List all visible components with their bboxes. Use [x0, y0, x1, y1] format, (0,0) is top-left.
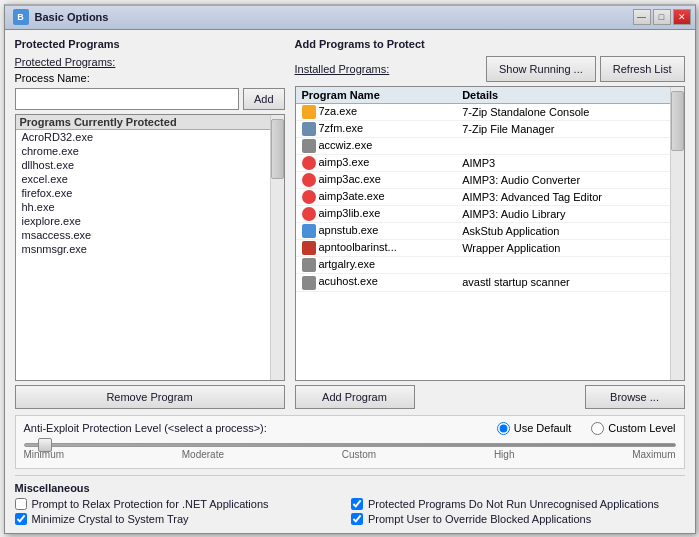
custom-level-radio[interactable]: [591, 422, 604, 435]
misc-checkbox-1[interactable]: [351, 498, 363, 510]
program-details: [456, 137, 683, 154]
use-default-label: Use Default: [514, 422, 571, 434]
custom-level-radio-label[interactable]: Custom Level: [591, 422, 675, 435]
table-row[interactable]: aimp3lib.exeAIMP3: Audio Library: [296, 206, 684, 223]
maximize-button[interactable]: □: [653, 9, 671, 25]
gray-icon: [302, 276, 316, 290]
misc-checkbox-label-text-3: Prompt User to Override Blocked Applicat…: [368, 513, 591, 525]
programs-list-container[interactable]: Programs Currently Protected AcroRD32.ex…: [15, 114, 285, 381]
program-name: aimp3ac.exe: [319, 173, 381, 185]
minimize-button[interactable]: —: [633, 9, 651, 25]
list-item[interactable]: msaccess.exe: [16, 228, 284, 242]
music-icon: [302, 156, 316, 170]
close-button[interactable]: ✕: [673, 9, 691, 25]
program-details: AIMP3: [456, 154, 683, 171]
program-name: aimp3.exe: [319, 156, 370, 168]
title-bar: B Basic Options — □ ✕: [5, 6, 695, 30]
window-icon: B: [13, 9, 29, 25]
custom-level-label: Custom Level: [608, 422, 675, 434]
use-default-radio-label[interactable]: Use Default: [497, 422, 571, 435]
add-button[interactable]: Add: [243, 88, 285, 110]
process-name-label: Process Name:: [15, 72, 285, 84]
list-item[interactable]: AcroRD32.exe: [16, 130, 284, 144]
content-area: Protected Programs Protected Programs: P…: [5, 30, 695, 533]
music-icon: [302, 207, 316, 221]
gray-icon: [302, 139, 316, 153]
list-item[interactable]: msnmsgr.exe: [16, 242, 284, 256]
program-details: 7-Zip File Manager: [456, 120, 683, 137]
misc-checkbox-0[interactable]: [15, 498, 27, 510]
main-window: B Basic Options — □ ✕ Protected Programs…: [4, 4, 696, 534]
programs-list-header: Programs Currently Protected: [16, 115, 284, 130]
protected-programs-field-label: Protected Programs:: [15, 56, 285, 68]
add-programs-section-label: Add Programs to Protect: [295, 38, 685, 50]
list-item[interactable]: dllhost.exe: [16, 158, 284, 172]
misc-checkbox-label-text-0: Prompt to Relax Protection for .NET Appl…: [32, 498, 269, 510]
col-program-name: Program Name: [296, 87, 457, 104]
list-item[interactable]: iexplore.exe: [16, 214, 284, 228]
program-name: aimp3ate.exe: [319, 190, 385, 202]
program-details: AIMP3: Audio Converter: [456, 171, 683, 188]
misc-grid: Prompt to Relax Protection for .NET Appl…: [15, 498, 685, 525]
left-scrollbar-thumb[interactable]: [271, 119, 284, 179]
table-row[interactable]: 7zfm.exe7-Zip File Manager: [296, 120, 684, 137]
list-item[interactable]: hh.exe: [16, 200, 284, 214]
table-row[interactable]: apnstub.exeAskStub Application: [296, 223, 684, 240]
top-buttons: Show Running ... Refresh List: [486, 56, 684, 82]
list-item[interactable]: excel.exe: [16, 172, 284, 186]
browse-button[interactable]: Browse ...: [585, 385, 685, 409]
misc-checkbox-label-0[interactable]: Prompt to Relax Protection for .NET Appl…: [15, 498, 349, 510]
music-icon: [302, 190, 316, 204]
misc-checkbox-label-text-1: Protected Programs Do Not Run Unrecognis…: [368, 498, 659, 510]
list-item[interactable]: chrome.exe: [16, 144, 284, 158]
slider-label-maximum: Maximum: [632, 449, 675, 460]
bottom-btn-row: Add Program Browse ...: [295, 385, 685, 409]
misc-checkbox-label-1[interactable]: Protected Programs Do Not Run Unrecognis…: [351, 498, 685, 510]
protected-programs-section-label: Protected Programs: [15, 38, 285, 50]
program-name: artgalry.exe: [319, 258, 376, 270]
window-title: Basic Options: [35, 11, 109, 23]
add-program-button[interactable]: Add Program: [295, 385, 415, 409]
misc-checkbox-3[interactable]: [351, 513, 363, 525]
protection-slider-thumb[interactable]: [38, 438, 52, 452]
misc-title: Miscellaneous: [15, 482, 685, 494]
process-name-row: Add: [15, 88, 285, 110]
program-name: apntoolbarinst...: [319, 241, 397, 253]
table-row[interactable]: accwiz.exe: [296, 137, 684, 154]
program-name: acuhost.exe: [319, 275, 378, 287]
left-scrollbar[interactable]: [270, 115, 284, 380]
zip-icon: [302, 105, 316, 119]
program-name: apnstub.exe: [319, 224, 379, 236]
protection-slider-container: Minimum Moderate Custom High Maximum: [24, 443, 676, 460]
red-icon: [302, 241, 316, 255]
right-scrollbar[interactable]: [670, 87, 684, 380]
program-name: 7zfm.exe: [319, 122, 364, 134]
anti-exploit-section: Anti-Exploit Protection Level (<select a…: [15, 415, 685, 469]
program-details: avastl startup scanner: [456, 274, 683, 291]
table-row[interactable]: aimp3.exeAIMP3: [296, 154, 684, 171]
program-name: aimp3lib.exe: [319, 207, 381, 219]
remove-program-button[interactable]: Remove Program: [15, 385, 285, 409]
table-row[interactable]: aimp3ate.exeAIMP3: Advanced Tag Editor: [296, 188, 684, 205]
refresh-list-button[interactable]: Refresh List: [600, 56, 685, 82]
program-details: AIMP3: Advanced Tag Editor: [456, 188, 683, 205]
installed-programs-label: Installed Programs:: [295, 63, 390, 75]
table-row[interactable]: 7za.exe7-Zip Standalone Console: [296, 103, 684, 120]
anti-exploit-title: Anti-Exploit Protection Level (<select a…: [24, 422, 267, 434]
installed-programs-container[interactable]: Program Name Details 7za.exe7-Zip Standa…: [295, 86, 685, 381]
misc-checkbox-2[interactable]: [15, 513, 27, 525]
table-row[interactable]: apntoolbarinst...Wrapper Application: [296, 240, 684, 257]
right-panel: Add Programs to Protect Installed Progra…: [295, 38, 685, 409]
use-default-radio[interactable]: [497, 422, 510, 435]
list-item[interactable]: firefox.exe: [16, 186, 284, 200]
show-running-button[interactable]: Show Running ...: [486, 56, 596, 82]
table-row[interactable]: aimp3ac.exeAIMP3: Audio Converter: [296, 171, 684, 188]
table-row[interactable]: artgalry.exe: [296, 257, 684, 274]
title-bar-left: B Basic Options: [13, 9, 109, 25]
process-name-input[interactable]: [15, 88, 239, 110]
misc-checkbox-label-3[interactable]: Prompt User to Override Blocked Applicat…: [351, 513, 685, 525]
misc-checkbox-label-2[interactable]: Minimize Crystal to System Tray: [15, 513, 349, 525]
right-scrollbar-thumb[interactable]: [671, 91, 684, 151]
table-row[interactable]: acuhost.exeavastl startup scanner: [296, 274, 684, 291]
slider-label-custom: Custom: [342, 449, 376, 460]
